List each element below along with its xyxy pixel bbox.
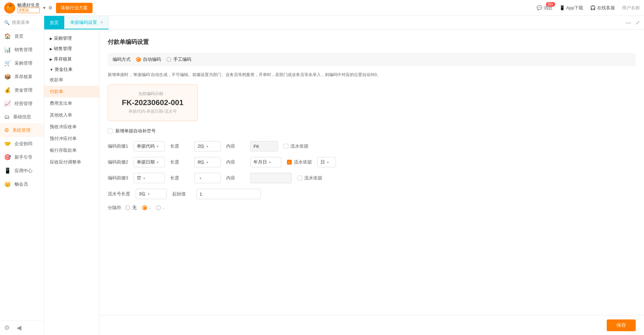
content2-label: 内容 [226,159,245,165]
start-value-label: 起始值 [172,191,191,197]
manual-encode-radio[interactable]: 手工编码 [166,56,191,63]
stream-check-3: 流水依据 [297,175,322,181]
serial-length-label: 流水号长度 [108,191,130,197]
start-value-input[interactable] [196,189,261,199]
serial-length-select[interactable]: 3位 ▾ [136,189,167,199]
sidebar-settings-icon[interactable]: ⚙ [4,324,10,332]
sep-dot1[interactable]: · [142,205,151,211]
sep-none[interactable]: 无 [125,205,137,211]
sidebar-item-system[interactable]: ⚙ 系统管理 [0,123,44,137]
app-download[interactable]: 📱 App下载 [559,5,583,11]
sub-nav-adjust[interactable]: 应收应付调整单 [44,156,99,168]
separator-label: 分隔符 [108,205,121,211]
sub-nav-group-purchase-label: 采购管理 [54,35,72,41]
sidebar-label-system: 系统管理 [12,127,30,133]
separator-row: 分隔符 无 · · [108,205,636,211]
stream2-chevron: ▾ [327,160,329,164]
content2-select[interactable]: 年月日 ▾ [250,157,281,167]
length2-select[interactable]: 8位 ▾ [194,157,221,167]
sub-nav-group-inventory[interactable]: ▶ 库存核算 [44,53,99,64]
length3-select[interactable]: ▾ [194,173,221,183]
sidebar-label-operation: 经营管理 [15,101,32,107]
online-service[interactable]: 🎧 在线客服 [590,5,615,11]
length2-chevron: ▾ [206,160,208,164]
stream-check-2: ✓ 流水依据 [287,159,312,165]
sub-nav-income[interactable]: 其他收入单 [44,109,99,121]
sub-nav-bank[interactable]: 银行存取款单 [44,145,99,156]
sidebar-item-inventory[interactable]: 📦 库存核算 [0,70,44,83]
separator-options: 无 · · [125,205,164,211]
prefix2-select[interactable]: 单据日期 ▾ [134,157,165,167]
stream-checkbox-1[interactable] [283,144,288,149]
top-right: 💬 消息 99+ 📱 App下载 🎧 在线客服 用户名称 [537,5,640,11]
sub-nav-expense[interactable]: 费用支出单 [44,97,99,109]
operation-icon: 📈 [4,100,11,107]
logo: 🍊 畅通好生意 搭配版 [4,2,40,13]
finance-icon: 💰 [4,87,11,93]
search-label: 搜索菜单 [12,19,30,26]
chevron-capital: ▼ [50,68,53,72]
content3-label: 内容 [226,175,245,181]
stream-checkbox-3[interactable] [297,176,302,180]
sidebar-item-enterprise[interactable]: 🤝 企业协同 [0,137,44,150]
content3-input [250,173,292,183]
page-title: 付款单编码设置 [108,38,636,46]
sub-nav: ▶ 采购管理 ▶ 销售管理 ▶ 库存核算 ▼ 资金往来 收款单 [44,30,99,335]
sidebar-item-member[interactable]: 👑 畅会员 [0,177,44,191]
expand-icon[interactable]: ⤢ [635,19,640,26]
sidebar-item-home[interactable]: 🏠 首页 [0,29,44,43]
sub-nav-group-inventory-label: 库存核算 [54,56,72,62]
sub-nav-pre-receipt[interactable]: 预收冲应收单 [44,121,99,133]
system-icon: ⚙ [4,127,9,133]
sidebar-item-guide[interactable]: 🎯 新手引导 [0,150,44,164]
tab-home[interactable]: 首页 [44,16,65,29]
message-icon[interactable]: 💬 消息 99+ [537,5,552,11]
search-menu[interactable]: 🔍 搜索菜单 [0,16,44,29]
sidebar-item-sales[interactable]: 📊 销售管理 [0,43,44,56]
sub-nav-receipt[interactable]: 收款单 [44,74,99,86]
sidebar-label-member: 畅会员 [15,181,28,187]
sidebar-item-basic[interactable]: 🗂 基础信息 [0,110,44,123]
prefix3-select[interactable]: 空 ▾ [134,173,165,183]
sidebar: 🔍 搜索菜单 🏠 首页 📊 销售管理 🛒 采购管理 📦 库存核算 💰 资金管理 … [0,16,44,335]
tab-encode-label: 单据编码设置 [70,19,97,26]
prefix2-label: 编码前缀2 [108,159,128,165]
stream2-select[interactable]: 日 ▾ [317,157,336,167]
prefix1-select[interactable]: 单据代码 ▾ [134,141,165,151]
prefix3-label: 编码前缀3 [108,175,128,181]
stream-checkbox-2[interactable]: ✓ [287,160,292,165]
sidebar-label-home: 首页 [15,33,23,39]
trial-button[interactable]: 体验行业方案 [56,3,93,13]
enterprise-icon: 🤝 [4,140,11,147]
length1-select[interactable]: 2位 ▾ [194,141,221,151]
stream-check-1: 流水依据 [283,143,308,149]
auto-fill-checkbox[interactable] [108,129,113,133]
settings-icon[interactable]: ⚙ [48,5,52,10]
dropdown-icon[interactable]: ▾ [43,5,46,10]
sidebar-collapse-icon[interactable]: ◀ [17,324,21,332]
tab-close-icon[interactable]: × [100,20,103,25]
sidebar-item-app[interactable]: 📱 应用中心 [0,164,44,177]
sub-nav-group-purchase[interactable]: ▶ 采购管理 [44,32,99,43]
tab-encode-settings[interactable]: 单据编码设置 × [65,16,109,29]
sidebar-item-finance[interactable]: 💰 资金管理 [0,83,44,97]
length1-label: 长度 [170,143,189,149]
sub-nav-payment[interactable]: 付款单 [44,86,99,97]
sales-icon: 📊 [4,46,11,53]
user-name[interactable]: 用户名称 [622,5,640,11]
radio-group: 自动编码 手工编码 [136,56,191,63]
auto-fill-row: 新增单据自动补空号 [108,128,636,134]
save-button[interactable]: 保存 [607,319,636,331]
minimize-icon[interactable]: — [626,20,631,26]
auto-encode-radio[interactable]: 自动编码 [136,56,161,63]
chevron-sales: ▶ [50,47,52,51]
sub-nav-pre-payment[interactable]: 预付冲应付单 [44,133,99,145]
basic-icon: 🗂 [4,114,10,120]
sub-nav-group-sales[interactable]: ▶ 销售管理 [44,43,99,53]
top-nav: ▾ ⚙ [43,5,52,10]
sidebar-item-operation[interactable]: 📈 经营管理 [0,97,44,110]
member-icon: 👑 [4,181,11,187]
sep-dot2[interactable]: · [156,205,164,211]
sidebar-item-purchase[interactable]: 🛒 采购管理 [0,56,44,70]
sub-nav-group-capital[interactable]: ▼ 资金往来 [44,64,99,74]
